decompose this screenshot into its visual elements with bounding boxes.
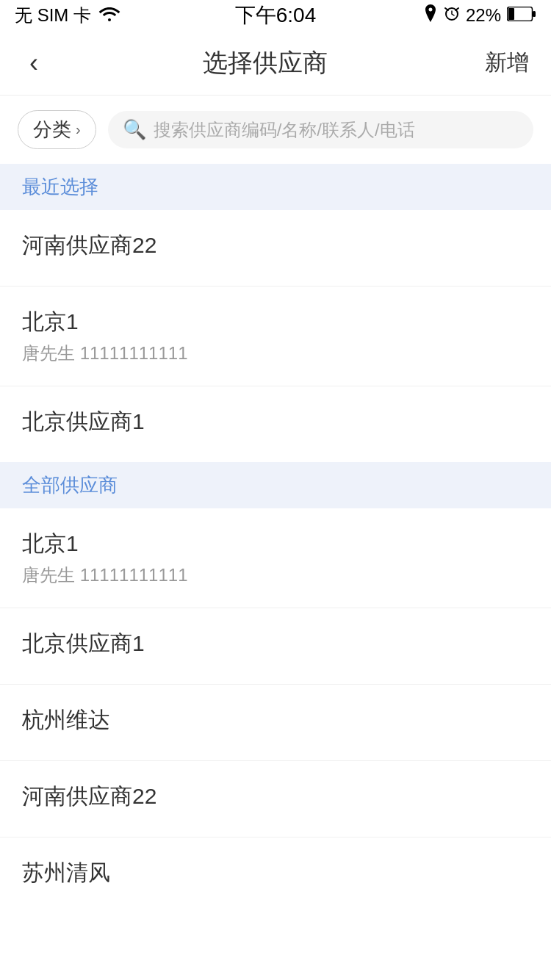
status-bar: 无 SIM 卡 下午6:04 22% [0,0,551,31]
search-icon: 🔍 [123,118,146,141]
supplier-sub: 唐先生 11111111111 [22,342,529,365]
list-item[interactable]: 河南供应商22 [0,761,551,837]
category-label: 分类 [33,117,71,143]
list-item[interactable]: 北京供应商1 [0,608,551,685]
page-title: 选择供应商 [203,46,328,80]
search-input[interactable] [154,120,519,140]
list-item[interactable]: 苏州清风 [0,837,551,913]
section-header-0: 最近选择 [0,164,551,210]
location-icon [423,4,438,26]
carrier-text: 无 SIM 卡 [15,4,91,27]
status-left: 无 SIM 卡 [15,4,120,27]
battery-text: 22% [466,5,501,26]
search-box[interactable]: 🔍 [108,111,533,148]
status-right: 22% [423,4,536,26]
list-item[interactable]: 河南供应商22 [0,210,551,287]
supplier-list: 最近选择河南供应商22北京1唐先生 11111111111北京供应商1全部供应商… [0,164,551,913]
section-list-1: 北京1唐先生 11111111111北京供应商1杭州维达河南供应商22苏州清风 [0,508,551,913]
svg-rect-2 [533,11,536,17]
supplier-name: 北京供应商1 [22,629,529,659]
list-item[interactable]: 北京供应商1 [0,386,551,462]
add-button[interactable]: 新增 [485,48,529,78]
supplier-name: 北京供应商1 [22,407,529,437]
filter-bar: 分类 › 🔍 [0,96,551,164]
supplier-name: 北京1 [22,307,529,337]
wifi-icon [98,5,120,26]
list-item[interactable]: 杭州维达 [0,685,551,761]
supplier-name: 北京1 [22,529,529,559]
nav-bar: ‹ 选择供应商 新增 [0,31,551,96]
category-filter[interactable]: 分类 › [18,110,96,149]
supplier-name: 苏州清风 [22,858,529,888]
supplier-name: 河南供应商22 [22,231,529,261]
chevron-right-icon: › [76,121,81,138]
supplier-name: 杭州维达 [22,705,529,735]
back-button[interactable]: ‹ [22,40,46,86]
list-item[interactable]: 北京1唐先生 11111111111 [0,508,551,608]
battery-icon [507,5,536,26]
status-time: 下午6:04 [235,1,317,29]
supplier-name: 河南供应商22 [22,782,529,812]
section-header-1: 全部供应商 [0,462,551,508]
svg-rect-3 [508,8,514,20]
supplier-sub: 唐先生 11111111111 [22,563,529,587]
list-item[interactable]: 北京1唐先生 11111111111 [0,287,551,386]
section-list-0: 河南供应商22北京1唐先生 11111111111北京供应商1 [0,210,551,462]
alarm-icon [444,5,460,26]
